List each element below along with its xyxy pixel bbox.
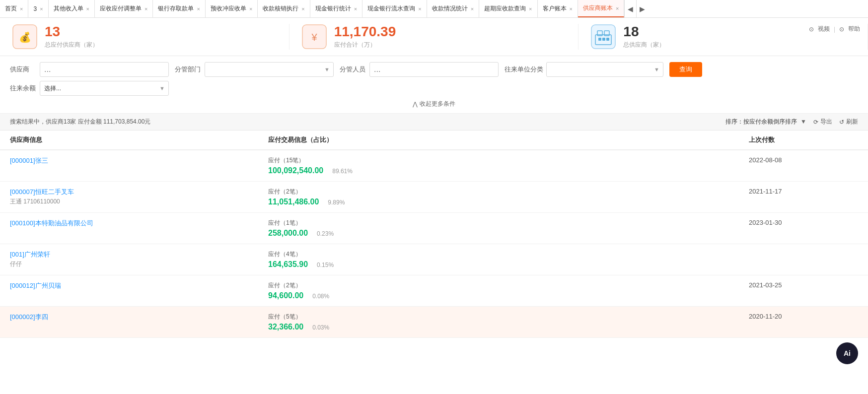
nav-tab-supplier-ledger[interactable]: 供应商账本 × (578, 0, 624, 17)
nav-tab-advance-close[interactable]: × (249, 6, 252, 12)
nav-tab-supplier-ledger-label: 供应商账本 (583, 4, 613, 12)
supplier-input[interactable] (40, 62, 169, 77)
trade-amount: 164,635.90 (268, 260, 308, 269)
nav-tab-overdue[interactable]: 超期应收款查询 × (479, 0, 537, 17)
trade-inline: 94,600.00 0.08% (268, 291, 749, 300)
table-row: [001]广州荣轩 仔仔 应付（4笔） 164,635.90 0.15% (0, 244, 868, 275)
supplier-sub: 王通 17106110000 (10, 197, 268, 206)
filter-row-1: 供应商 分管部门 ▼ 分管人员 往来单位分类 ▼ (10, 62, 858, 77)
trade-info-col: 应付（15笔） 100,092,540.00 89.61% (268, 156, 749, 175)
nav-tab-home-close[interactable]: × (20, 6, 23, 12)
supplier-table: 供应商信息 应付交易信息（占比） 上次付数 [000001]张三 应付（15笔）… (0, 131, 868, 394)
video-link[interactable]: 视频 (818, 25, 830, 33)
nav-tab-customer-ledger-label: 客户账本 (543, 4, 567, 13)
supplier-link[interactable]: [000001]张三 (10, 157, 48, 164)
export-action[interactable]: ⟳ 导出 (813, 118, 832, 126)
balance-select-wrapper: 选择... ▼ (40, 81, 169, 96)
nav-tab-customer-ledger[interactable]: 客户账本 × (538, 0, 578, 17)
category-select[interactable] (546, 62, 663, 77)
refresh-action[interactable]: ↺ 刷新 (839, 118, 858, 126)
table-row: [000012]广州贝瑞 应付（2笔） 94,600.00 0.08% 2021… (0, 275, 868, 307)
nav-tab-overdue-close[interactable]: × (529, 6, 532, 12)
svg-text:¥: ¥ (311, 32, 317, 43)
col-trade-info: 应付交易信息（占比） (268, 135, 749, 144)
nav-tab-bank-close[interactable]: × (197, 6, 200, 12)
nav-tab-cash-flow[interactable]: 现金银行流水查询 × (362, 0, 427, 17)
supplier-link[interactable]: [000012]广州贝瑞 (10, 282, 61, 289)
nav-tab-advance[interactable]: 预收冲应收单 × (206, 0, 258, 17)
nav-tab-cash-stat-label: 现金银行统计 (315, 4, 351, 13)
help-link[interactable]: 帮助 (848, 25, 860, 33)
svg-rect-8 (598, 38, 601, 41)
trade-label: 应付（2笔） (268, 188, 749, 196)
filter-area: 供应商 分管部门 ▼ 分管人员 往来单位分类 ▼ (0, 56, 868, 114)
trade-amount: 100,092,540.00 (268, 166, 323, 175)
table-row: [000100]本特勤油品有限公司 应付（1笔） 258,000.00 0.23… (0, 213, 868, 244)
nav-tab-3[interactable]: 3 × (28, 0, 48, 17)
supplier-link[interactable]: [000002]李四 (10, 313, 48, 321)
nav-tab-payment-stat-close[interactable]: × (471, 6, 474, 12)
filter-balance: 往来余额 选择... ▼ (10, 81, 169, 96)
supplier-link[interactable]: [000007]恒旺二手叉车 (10, 188, 74, 196)
trade-info-col: 应付（1笔） 258,000.00 0.23% (268, 219, 749, 238)
nav-tab-collection-close[interactable]: × (301, 6, 304, 12)
person-input[interactable] (369, 62, 499, 77)
summary-payable-suppliers-number: 13 (45, 24, 98, 40)
trade-label: 应付（5笔） (268, 313, 749, 321)
table-row: [000001]张三 应付（15笔） 100,092,540.00 89.61%… (0, 150, 868, 182)
nav-tab-cash-stat[interactable]: 现金银行统计 × (310, 0, 362, 17)
ai-assistant-button[interactable]: Ai (836, 342, 858, 364)
summary-total-suppliers-label: 总供应商（家） (623, 41, 665, 49)
filter-person: 分管人员 (340, 62, 499, 77)
col-last-pay: 上次付数 (749, 135, 858, 144)
nav-tab-collection[interactable]: 收款核销执行 × (258, 0, 310, 17)
nav-tab-cash-stat-close[interactable]: × (354, 6, 357, 12)
nav-tab-cash-flow-close[interactable]: × (418, 6, 421, 12)
summary-payable-total-label: 应付合计（万） (334, 41, 396, 49)
filter-dept-label: 分管部门 (175, 65, 202, 74)
result-actions: 排序：按应付余额倒序排序 ▼ ⟳ 导出 ↺ 刷新 (725, 118, 858, 126)
trade-info-col: 应付（4笔） 164,635.90 0.15% (268, 250, 749, 269)
table-header: 供应商信息 应付交易信息（占比） 上次付数 (0, 131, 868, 150)
trade-amount: 11,051,486.00 (268, 197, 319, 206)
supplier-name-col: [000001]张三 (10, 156, 268, 165)
ai-label: Ai (844, 349, 851, 357)
nav-tab-payment-stat[interactable]: 收款情况统计 × (427, 0, 479, 17)
filter-row-2: 往来余额 选择... ▼ (10, 81, 858, 96)
trade-inline: 258,000.00 0.23% (268, 229, 749, 238)
top-navigation: 首页 × 3 × 其他收入单 × 应收应付调整单 × 银行存取款单 × 预收冲应… (0, 0, 868, 18)
supplier-link[interactable]: [001]广州荣轩 (10, 251, 50, 258)
trade-info-col: 应付（2笔） 94,600.00 0.08% (268, 281, 749, 300)
trade-pct: 0.03% (312, 324, 329, 331)
nav-tab-home[interactable]: 首页 × (0, 0, 28, 17)
nav-scroll-right[interactable]: ▶ (636, 0, 648, 17)
separator: | (834, 26, 835, 33)
nav-tab-supplier-ledger-close[interactable]: × (616, 5, 619, 11)
nav-tab-customer-ledger-close[interactable]: × (570, 6, 573, 12)
refresh-label: 刷新 (846, 118, 858, 126)
search-button[interactable]: 查询 (669, 62, 702, 77)
trade-pct: 0.23% (317, 230, 334, 237)
dept-select[interactable] (205, 62, 334, 77)
trade-inline: 164,635.90 0.15% (268, 260, 749, 269)
nav-tab-3-label: 3 (33, 5, 37, 12)
nav-tab-other-income-close[interactable]: × (86, 6, 89, 12)
supplier-link[interactable]: [000100]本特勤油品有限公司 (10, 219, 93, 227)
nav-scroll-left[interactable]: ◀ (624, 0, 636, 17)
nav-tab-3-close[interactable]: × (40, 6, 43, 12)
summary-card-3-info: 18 总供应商（家） (623, 24, 665, 49)
payable-suppliers-icon: 💰 (12, 24, 38, 50)
nav-tab-bank[interactable]: 银行存取款单 × (153, 0, 205, 17)
nav-tab-other-income[interactable]: 其他收入单 × (49, 0, 95, 17)
total-suppliers-icon (590, 24, 616, 50)
filter-category: 往来单位分类 ▼ (505, 62, 663, 77)
balance-select[interactable]: 选择... (40, 81, 169, 96)
help-icon: ⊙ (839, 26, 844, 33)
trade-label: 应付（1笔） (268, 219, 749, 227)
trade-amount: 32,366.00 (268, 323, 303, 331)
collapse-button[interactable]: ⋀ 收起更多条件 (10, 100, 858, 108)
nav-tab-adjustment-close[interactable]: × (145, 6, 147, 12)
nav-tab-adjustment[interactable]: 应收应付调整单 × (95, 0, 153, 17)
summary-card-payable-total: ¥ 11,170.39 应付合计（万） (289, 24, 579, 50)
trade-info-col: 应付（5笔） 32,366.00 0.03% (268, 313, 749, 331)
